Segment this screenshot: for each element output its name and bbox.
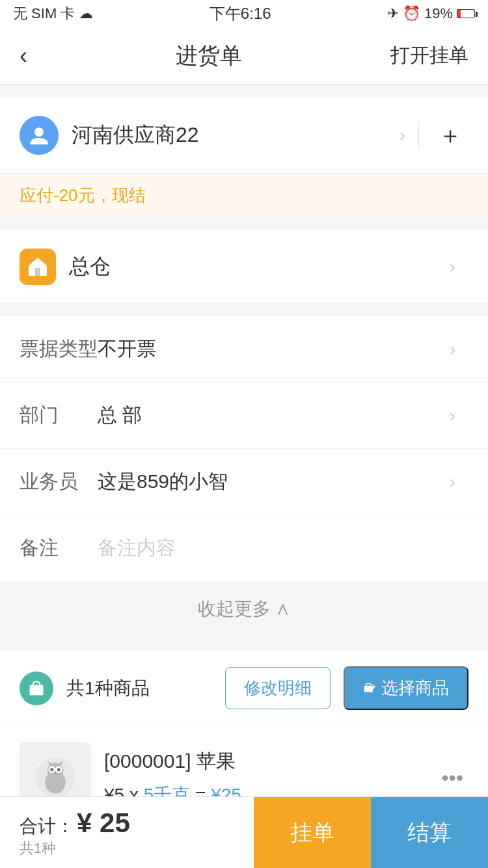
sales-row[interactable]: 业务员 这是859的小智 › [0, 448, 488, 515]
edit-detail-button[interactable]: 修改明细 [225, 667, 331, 709]
note-placeholder[interactable]: 备注内容 [98, 535, 468, 562]
dept-row[interactable]: 部门 总 部 › [0, 382, 488, 448]
product-name: [0000001] 苹果 [104, 748, 423, 775]
sales-chevron-icon: › [450, 472, 455, 493]
total-section: 合计： ¥ 25 共1种 [0, 807, 254, 858]
invoice-label: 票据类型 [20, 336, 98, 362]
battery-label: 19% [424, 5, 453, 22]
warehouse-chevron-icon: › [450, 256, 455, 277]
nav-bar: ‹ 进货单 打开挂单 [0, 27, 488, 85]
sales-label: 业务员 [20, 468, 98, 495]
page-title: 进货单 [176, 41, 242, 71]
total-label: 合计： [20, 814, 74, 839]
sales-value: 这是859的小智 [98, 468, 450, 495]
status-right: ✈ ⏰ 19% [387, 5, 475, 22]
supplier-avatar [20, 116, 59, 155]
invoice-row[interactable]: 票据类型 不开票 › [0, 316, 488, 382]
svg-point-0 [34, 128, 44, 137]
alarm-icon: ⏰ [403, 5, 420, 22]
battery-icon [457, 9, 475, 18]
supplier-chevron-icon: › [400, 125, 405, 146]
supplier-notice: 应付-20元，现结 [0, 174, 488, 217]
dept-value: 总 部 [98, 402, 450, 429]
supplier-row[interactable]: 河南供应商22 › ＋ [0, 98, 488, 174]
gap-2 [0, 217, 488, 230]
dept-chevron-icon: › [450, 405, 455, 426]
gap-3 [0, 303, 488, 316]
total-count: 共1种 [20, 839, 234, 858]
warehouse-row[interactable]: 总仓 › [0, 230, 488, 303]
svg-point-14 [57, 768, 61, 771]
hang-button[interactable]: 挂单 [254, 797, 371, 869]
checkout-button[interactable]: 结算 [371, 797, 488, 869]
collapse-button[interactable]: 收起更多 ∧ [0, 581, 488, 637]
product-more-button[interactable]: ••• [436, 766, 468, 790]
location-icon: ✈ [387, 5, 399, 22]
add-supplier-button[interactable]: ＋ [432, 120, 468, 152]
warehouse-name: 总仓 [69, 252, 450, 281]
svg-point-13 [50, 768, 53, 771]
supplier-name: 河南供应商22 [72, 121, 400, 150]
open-hang-button[interactable]: 打开挂单 [390, 42, 468, 69]
select-product-label: 选择商品 [381, 677, 449, 699]
products-icon [20, 671, 53, 705]
status-time: 下午6:16 [210, 3, 271, 24]
sim-label: 无 SIM 卡 ☁ [13, 4, 93, 23]
dept-label: 部门 [20, 402, 98, 429]
products-count: 共1种商品 [66, 676, 212, 701]
supplier-divider [418, 122, 419, 148]
supplier-card: 河南供应商22 › ＋ 应付-20元，现结 [0, 98, 488, 217]
warehouse-card: 总仓 › [0, 230, 488, 303]
back-button[interactable]: ‹ [20, 42, 27, 70]
svg-rect-4 [30, 685, 44, 695]
note-row[interactable]: 备注 备注内容 [0, 515, 488, 581]
note-label: 备注 [20, 535, 98, 562]
gap-1 [0, 85, 488, 98]
total-row: 合计： ¥ 25 [20, 807, 234, 839]
svg-rect-3 [35, 268, 40, 276]
products-header: 共1种商品 修改明细 选择商品 [0, 650, 488, 726]
svg-marker-2 [29, 258, 47, 265]
select-product-button[interactable]: 选择商品 [344, 666, 468, 710]
status-left: 无 SIM 卡 ☁ [13, 4, 93, 23]
total-amount: ¥ 25 [77, 807, 130, 839]
invoice-value: 不开票 [98, 336, 450, 362]
warehouse-icon [20, 249, 56, 285]
form-card: 票据类型 不开票 › 部门 总 部 › 业务员 这是859的小智 › 备注 备注… [0, 316, 488, 581]
bottom-bar: 合计： ¥ 25 共1种 挂单 结算 [0, 796, 488, 868]
gap-4 [0, 637, 488, 650]
invoice-chevron-icon: › [450, 339, 455, 360]
status-bar: 无 SIM 卡 ☁ 下午6:16 ✈ ⏰ 19% [0, 0, 488, 27]
